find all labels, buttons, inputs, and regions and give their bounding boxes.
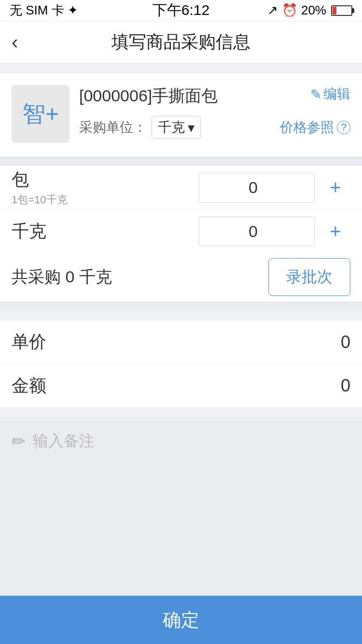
price-section: 单价 0 金额 0 [0, 321, 362, 407]
back-button[interactable]: ‹ [12, 28, 26, 57]
product-name: [0000006]手撕面包 [79, 85, 306, 106]
section-divider-1 [0, 156, 362, 166]
status-bar: 无 SIM 卡 ✦ 下午6:12 ↗ ⏰ 20% [0, 0, 362, 21]
package-label: 包 [12, 168, 70, 192]
unit-price-label: 单价 [12, 330, 46, 354]
summary-row: 共采购 0 千克 录批次 [0, 253, 362, 301]
dropdown-icon: ▾ [188, 120, 195, 136]
status-left: 无 SIM 卡 ✦ [10, 2, 78, 19]
summary-value: 0 [65, 267, 74, 286]
confirm-button[interactable]: 确定 [0, 596, 362, 644]
package-sub-label: 1包=10千克 [12, 193, 70, 207]
kg-plus-button[interactable]: + [320, 216, 350, 246]
status-time: 下午6:12 [153, 0, 209, 20]
section-divider-2 [0, 301, 362, 311]
sim-status: 无 SIM 卡 ✦ [10, 2, 78, 19]
battery-percent: 20% [301, 3, 326, 18]
package-row: 包 1包=10千克 + [0, 166, 362, 210]
remark-section[interactable]: ✏ 输入备注 [0, 417, 362, 465]
unit-label: 采购单位： 千克 ▾ [79, 116, 201, 139]
alarm-icon: ⏰ [282, 3, 297, 18]
product-section: 智+ [0000006]手撕面包 ✎ 编辑 采购单位： [0, 73, 362, 156]
info-icon: ? [337, 121, 350, 134]
package-input[interactable] [199, 173, 315, 203]
kg-label: 千克 [12, 220, 70, 243]
package-plus-button[interactable]: + [320, 173, 350, 203]
product-logo: 智+ [22, 98, 59, 129]
edit-icon: ✎ [310, 86, 321, 102]
record-batch-button[interactable]: 录批次 [268, 258, 350, 296]
remark-placeholder: 输入备注 [33, 431, 95, 452]
price-reference-button[interactable]: 价格参照 ? [280, 118, 350, 137]
summary-text: 共采购 0 千克 [12, 266, 112, 288]
status-right: ↗ ⏰ 20% [267, 3, 352, 18]
unit-price-row: 单价 0 [0, 321, 362, 364]
empty-space [0, 465, 362, 610]
product-info: [0000006]手撕面包 ✎ 编辑 采购单位： 千克 ▾ [79, 85, 350, 139]
amount-row: 金额 0 [0, 364, 362, 407]
pencil-icon: ✏ [12, 432, 25, 451]
unit-select[interactable]: 千克 ▾ [152, 116, 201, 139]
product-image: 智+ [12, 85, 70, 143]
edit-button[interactable]: ✎ 编辑 [310, 85, 350, 103]
location-icon: ↗ [267, 3, 278, 18]
unit-price-value: 0 [341, 332, 350, 352]
kg-row: 千克 + [0, 210, 362, 253]
kg-input[interactable] [199, 216, 315, 246]
input-section: 包 1包=10千克 + 千克 + [0, 166, 362, 253]
amount-label: 金额 [12, 374, 46, 398]
battery-icon [331, 5, 352, 16]
nav-bar: ‹ 填写商品采购信息 [0, 21, 362, 64]
amount-value: 0 [341, 376, 350, 396]
page-title: 填写商品采购信息 [111, 30, 251, 54]
